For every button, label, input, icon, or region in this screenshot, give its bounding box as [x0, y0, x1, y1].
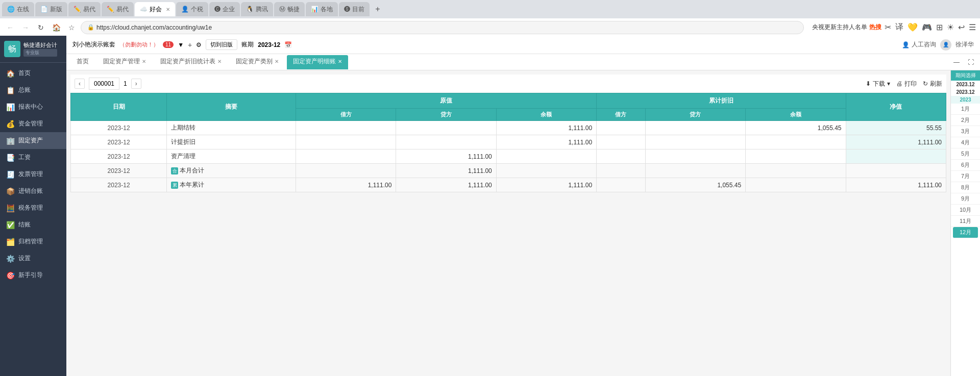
top-bar: 刘小艳演示账套 （勿删勿动！） 11 ▼ + ⚙ 切到旧版 账期 2023-12… [66, 36, 980, 54]
sidebar-item-reports[interactable]: 📊 报表中心 [0, 98, 66, 115]
period-selected-start[interactable]: 2023.12 [951, 81, 980, 88]
browser-tab-online[interactable]: 🌐 在线 [2, 2, 34, 16]
sidebar-item-fixed-assets[interactable]: 🏢 固定资产 [0, 132, 66, 149]
calendar-icon[interactable]: 📅 [284, 41, 292, 48]
user-avatar[interactable]: 👤 [940, 39, 951, 51]
gamepad-icon[interactable]: 🎮 [922, 22, 932, 32]
sidebar-item-payroll[interactable]: 📑 工资 [0, 149, 66, 166]
settings-icon: ⚙️ [6, 255, 14, 263]
back-button[interactable]: ← [4, 21, 16, 34]
browser-tab-geshui[interactable]: 👤 个税 [176, 2, 208, 16]
page-number-input[interactable]: 000001 [89, 78, 119, 90]
sidebar-item-close[interactable]: ✅ 结账 [0, 216, 66, 233]
grid-icon[interactable]: ⊞ [936, 22, 943, 32]
period-month-5[interactable]: 5月 [951, 148, 980, 160]
scissors-icon[interactable]: ✂ [885, 22, 891, 32]
row1-net-value: 55.55 [846, 121, 946, 135]
tab-close-2[interactable]: ✕ [217, 59, 222, 64]
browser-tab-close[interactable]: ✕ [166, 7, 170, 12]
period-selected-end[interactable]: 2023.12 [951, 88, 980, 96]
row3-date: 2023-12 [71, 149, 167, 164]
period-month-4[interactable]: 4月 [951, 137, 980, 148]
tab-close-1[interactable]: ✕ [142, 59, 146, 64]
help-button[interactable]: 👤 人工咨询 [902, 40, 936, 49]
address-bar[interactable]: 🔒 https://cloud.chanjet.com/accounting/u… [81, 21, 804, 34]
tab-close-4[interactable]: ✕ [338, 59, 342, 64]
forward-button[interactable]: → [19, 21, 32, 34]
settings-small-icon[interactable]: ⚙ [196, 41, 202, 48]
undo-icon[interactable]: ↩ [958, 22, 965, 32]
browser-tab-changjie[interactable]: Ⓜ 畅捷 [274, 2, 305, 16]
sidebar-item-tax[interactable]: 🧮 税务管理 [0, 199, 66, 216]
browser-tab-qiye[interactable]: 🅒 企业 [209, 2, 240, 16]
browser-tab-new[interactable]: 📄 新版 [35, 2, 67, 16]
switch-version-button[interactable]: 切到旧版 [206, 39, 237, 50]
brightness-icon[interactable]: ☀ [947, 22, 954, 32]
tab-favicon: 📊 [311, 6, 318, 13]
tab-home[interactable]: 首页 [70, 55, 95, 69]
download-button[interactable]: ⬇ 下载 ▾ [866, 80, 890, 88]
period-month-9[interactable]: 9月 [951, 193, 980, 205]
browser-tab-gedi[interactable]: 📊 各地 [306, 2, 338, 16]
row3-ad-debit [597, 149, 646, 164]
sidebar-item-settings[interactable]: ⚙️ 设置 [0, 250, 66, 267]
row1-ov-debit [296, 121, 396, 135]
refresh-button[interactable]: ↻ 刷新 [923, 80, 942, 88]
period-month-11[interactable]: 11月 [951, 216, 980, 227]
wallet-icon[interactable]: 💛 [908, 22, 918, 32]
bookmark-button[interactable]: ☆ [65, 21, 78, 34]
period-month-10[interactable]: 10月 [951, 205, 980, 216]
sidebar-item-purchase[interactable]: 📦 进销台账 [0, 183, 66, 199]
tab-asset-detail[interactable]: 固定资产明细账 ✕ [287, 55, 348, 69]
row2-ov-credit [396, 135, 496, 149]
period-month-3[interactable]: 3月 [951, 126, 980, 137]
sidebar-item-guide[interactable]: 🎯 新手引导 [0, 267, 66, 284]
period-month-1[interactable]: 1月 [951, 104, 980, 115]
sidebar-item-ledger[interactable]: 📋 总账 [0, 82, 66, 98]
add-button[interactable]: + [188, 41, 192, 49]
browser-tab-tengxun[interactable]: 🐧 腾讯 [241, 2, 273, 16]
translate-icon[interactable]: 译 [895, 22, 903, 33]
home-icon: 🏠 [6, 69, 14, 78]
prev-page-button[interactable]: ‹ [75, 79, 85, 89]
period-month-8[interactable]: 8月 [951, 182, 980, 193]
browser-tab-haohui[interactable]: ☁️ 好会 ✕ [135, 2, 175, 16]
maximize-button[interactable]: ⛶ [966, 57, 976, 67]
sidebar-item-archive[interactable]: 🗂️ 归档管理 [0, 233, 66, 250]
browser-tab-yidai1[interactable]: ✏️ 易代 [68, 2, 101, 16]
sidebar-item-home[interactable]: 🏠 首页 [0, 65, 66, 82]
row3-ov-balance [496, 149, 596, 164]
col-header-accumulated-depreciation: 累计折旧 [597, 93, 846, 109]
menu-icon[interactable]: ☰ [969, 22, 976, 32]
minimize-button[interactable]: — [951, 57, 962, 67]
browser-tab-muqian[interactable]: 🅢 目前 [339, 2, 370, 16]
period-month-2[interactable]: 2月 [951, 115, 980, 126]
new-tab-button[interactable]: + [371, 2, 385, 16]
next-page-button[interactable]: › [131, 79, 141, 89]
period-month-7[interactable]: 7月 [951, 171, 980, 182]
tab-close-3[interactable]: ✕ [275, 59, 279, 64]
sidebar-item-funds[interactable]: 💰 资金管理 [0, 115, 66, 132]
table-row: 2023-12 资产清理 1,111.00 [71, 149, 946, 164]
invoice-icon: 🧾 [6, 170, 14, 179]
row2-ov-debit [296, 135, 396, 149]
funds-icon: 💰 [6, 120, 14, 128]
reload-button[interactable]: ↻ [35, 21, 47, 34]
row5-ov-credit: 1,111.00 [396, 178, 496, 192]
row5-ad-credit: 1,055.45 [645, 178, 745, 192]
tab-favicon: Ⓜ [279, 5, 285, 14]
period-month-12[interactable]: 12月 [953, 227, 978, 238]
tab-depreciation-stats[interactable]: 固定资产折旧统计表 ✕ [154, 55, 228, 69]
tab-asset-category[interactable]: 固定资产类别 ✕ [230, 55, 285, 69]
row3-ad-credit [645, 149, 745, 164]
row4-ad-balance [746, 164, 846, 178]
tab-fixed-asset-mgmt[interactable]: 固定资产管理 ✕ [97, 55, 152, 69]
dropdown-arrow[interactable]: ▼ [178, 41, 184, 48]
browser-tab-yidai2[interactable]: ✏️ 易代 [102, 2, 134, 16]
home-button[interactable]: 🏠 [50, 21, 62, 34]
col-header-summary: 摘要 [167, 93, 296, 121]
print-button[interactable]: 🖨 打印 [896, 80, 917, 88]
sidebar-item-invoice[interactable]: 🧾 发票管理 [0, 166, 66, 183]
row4-ov-balance [496, 164, 596, 178]
period-month-6[interactable]: 6月 [951, 160, 980, 171]
